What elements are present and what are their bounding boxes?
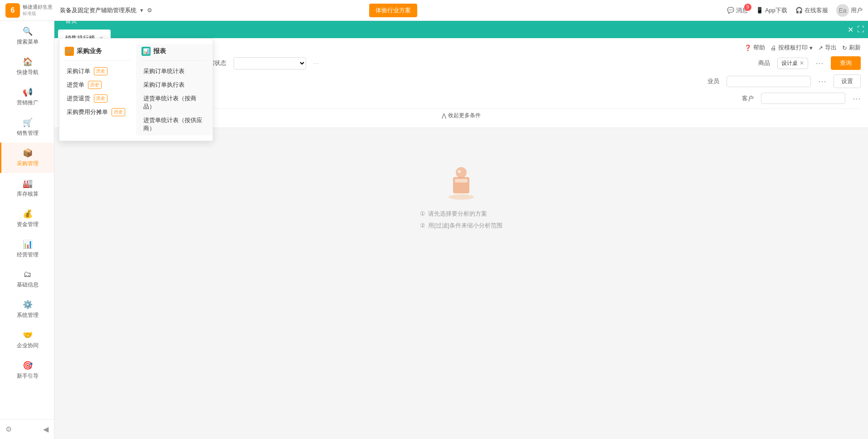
tab-bar-right: ✕ ⛶ (848, 25, 864, 34)
settings-btn[interactable]: 设置 (834, 74, 861, 88)
purchase-item-2[interactable]: 进货退货历史 (65, 92, 131, 105)
logo-icon: 6 (5, 3, 20, 18)
tip-bullet-2: ② (420, 220, 425, 232)
system-title: 装备及固定资产辅助管理系统 (60, 6, 137, 15)
goods-tag-close[interactable]: ✕ (800, 60, 804, 66)
sidebar-settings-icon[interactable]: ⚙ (5, 425, 12, 434)
tab-expand-icon[interactable]: ⛶ (857, 25, 864, 34)
logo-area: 6 畅捷通好生意 标准版 (5, 3, 60, 18)
purchase-col-icon: 🛒 (65, 47, 74, 56)
sidebar-label-operation: 经营管理 (17, 251, 39, 259)
sidebar-label-newbie: 新手引导 (17, 372, 39, 380)
app-download-label: App下载 (765, 6, 787, 15)
refresh-icon: ↻ (842, 44, 847, 51)
user-label: 用户 (851, 6, 863, 15)
sidebar-item-marketing[interactable]: 📢营销推广 (0, 82, 54, 112)
sidebar-item-operation[interactable]: 📊经营管理 (0, 234, 54, 264)
report-col-icon: 📊 (141, 47, 151, 56)
sidebar-icon-marketing: 📢 (23, 87, 33, 97)
purchase-col: 🛒 采购业务 采购订单历史进货单历史进货退货历史采购费用分摊单历史 (59, 44, 136, 135)
sidebar-icon-inventory: 🏭 (23, 178, 33, 188)
help-btn[interactable]: ❓ 帮助 (744, 44, 765, 52)
sidebar-label-basic: 基础信息 (17, 281, 39, 289)
hist-badge-purchase-3: 历史 (112, 108, 125, 116)
message-btn[interactable]: 💬 消息 9 (727, 6, 748, 15)
top-bar: 6 畅捷通好生意 标准版 装备及固定资产辅助管理系统 ▾ ⚙ 体验行业方案 💬 … (0, 0, 868, 21)
sidebar-icon-search: 🔍 (23, 26, 33, 36)
sidebar-item-system[interactable]: ⚙️系统管理 (0, 294, 54, 325)
print-icon: 🖨 (770, 44, 776, 51)
sidebar-label-search: 搜索菜单 (17, 38, 39, 46)
sidebar-item-purchase[interactable]: 📦采购管理 (0, 143, 54, 173)
sidebar-item-inventory[interactable]: 🏭库存核算 (0, 173, 54, 203)
settings-icon[interactable]: ⚙ (147, 7, 152, 14)
report-col-label: 报表 (153, 47, 166, 55)
user-btn[interactable]: Ea 用户 (836, 4, 863, 17)
sidebar: 🔍搜索菜单🏠快捷导航📢营销推广🛒销售管理📦采购管理🏭库存核算💰资金管理📊经营管理… (0, 21, 54, 439)
empty-state: ① 请先选择要分析的方案 ② 用[过滤]条件来缩小分析范围 (54, 128, 868, 268)
message-icon: 💬 (727, 7, 734, 14)
refresh-label: 刷新 (849, 44, 861, 52)
sidebar-label-quick: 快捷导航 (17, 69, 39, 76)
purchase-dropdown-menu: 🛒 采购业务 采购订单历史进货单历史进货退货历史采购费用分摊单历史 📊 报表 采… (59, 38, 213, 141)
report-item-0[interactable]: 采购订单统计表 (141, 64, 207, 78)
tab-close-icon[interactable]: ✕ (848, 25, 853, 34)
sidebar-icon-system: ⚙️ (23, 300, 33, 310)
print-dropdown-icon[interactable]: ▾ (809, 44, 813, 51)
message-badge: 9 (744, 4, 751, 11)
goods-tag-value: 设计桌 (781, 59, 798, 67)
customer-label: 客户 (742, 94, 754, 103)
sidebar-label-inventory: 库存核算 (17, 190, 39, 198)
industry-btn[interactable]: 体验行业方案 (369, 4, 417, 17)
print-btn[interactable]: 🖨 按模板打印 ▾ (770, 44, 813, 52)
purchase-item-3[interactable]: 采购费用分摊单历史 (65, 105, 131, 119)
report-item-1[interactable]: 采购订单执行表 (141, 78, 207, 92)
sidebar-item-collab[interactable]: 🤝企业协同 (0, 325, 54, 355)
export-btn[interactable]: ↗ 导出 (818, 44, 837, 52)
sidebar-item-search[interactable]: 🔍搜索菜单 (0, 21, 54, 51)
sidebar-item-newbie[interactable]: 🎯新手引导 (0, 355, 54, 385)
salesperson-ellipsis[interactable]: ⋯ (818, 76, 826, 86)
purchase-item-1[interactable]: 进货单历史 (65, 78, 131, 92)
sidebar-item-finance[interactable]: 💰资金管理 (0, 203, 54, 234)
purchase-col-title: 🛒 采购业务 (65, 44, 131, 61)
hist-badge-purchase-2: 历史 (94, 94, 107, 103)
query-btn[interactable]: 查询 (831, 56, 861, 70)
sidebar-icon-purchase: 📦 (23, 148, 33, 158)
customer-input[interactable] (761, 93, 845, 104)
logo-sub: 标准版 (23, 10, 53, 17)
sidebar-label-finance: 资金管理 (17, 221, 39, 228)
export-label: 导出 (825, 44, 837, 52)
headset-icon: 🎧 (795, 7, 803, 14)
online-service-btn[interactable]: 🎧 在线客服 (795, 6, 828, 15)
collapse-label: 收起更多条件 (448, 112, 481, 119)
help-label: 帮助 (753, 44, 765, 52)
ea-label: Ea (839, 7, 846, 14)
sidebar-item-basic[interactable]: 🗂基础信息 (0, 264, 54, 294)
system-dropdown-icon[interactable]: ▾ (140, 7, 143, 14)
empty-tips: ① 请先选择要分析的方案 ② 用[过滤]条件来缩小分析范围 (420, 208, 502, 232)
export-icon: ↗ (818, 44, 823, 51)
online-service-label: 在线客服 (805, 6, 828, 15)
goods-ellipsis[interactable]: ⋯ (815, 58, 824, 68)
sidebar-icon-basic: 🗂 (24, 270, 32, 279)
report-item-3[interactable]: 进货单统计表（按供应商） (141, 113, 207, 135)
report-item-2[interactable]: 进货单统计表（按商品） (141, 92, 207, 113)
salesperson-input[interactable] (727, 76, 811, 87)
customer-ellipsis[interactable]: ⋯ (853, 94, 861, 104)
sidebar-label-system: 系统管理 (17, 311, 39, 319)
purchase-item-0[interactable]: 采购订单历史 (65, 64, 131, 78)
sidebar-collapse-icon[interactable]: ◀ (43, 425, 49, 434)
sidebar-item-quick[interactable]: 🏠快捷导航 (0, 51, 54, 82)
sidebar-icon-collab: 🤝 (23, 330, 33, 340)
sidebar-icon-finance: 💰 (23, 209, 33, 219)
sidebar-item-sales[interactable]: 🛒销售管理 (0, 112, 54, 143)
app-download-btn[interactable]: 📱 App下载 (756, 6, 787, 15)
sidebar-label-purchase: 采购管理 (17, 160, 39, 168)
doc-status-select[interactable] (234, 57, 306, 69)
doc-status-ellipsis[interactable]: ⋯ (313, 60, 319, 67)
phone-icon: 📱 (756, 7, 763, 14)
collapse-up-icon: ⋀ (442, 113, 446, 119)
refresh-btn[interactable]: ↻ 刷新 (842, 44, 861, 52)
sidebar-icon-quick: 🏠 (23, 57, 33, 67)
